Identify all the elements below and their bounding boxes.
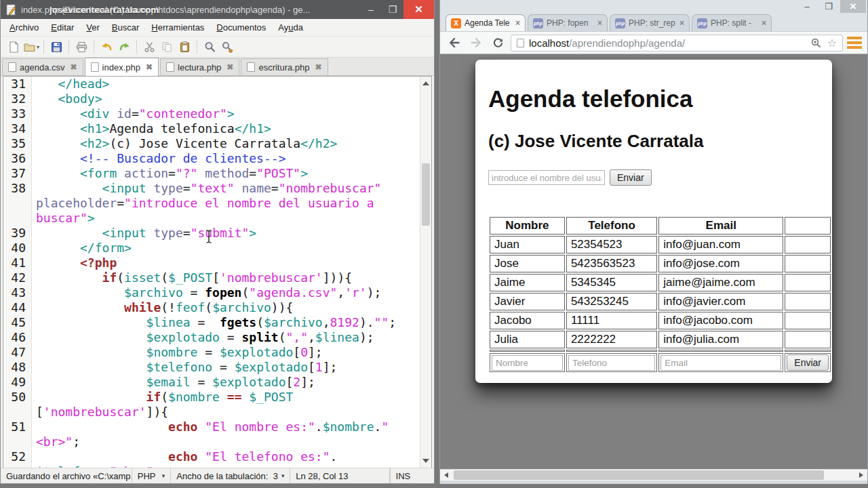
- browser-tab-agenda-tele[interactable]: XAgenda Tele×: [446, 14, 526, 31]
- tab-close-icon[interactable]: ×: [515, 18, 520, 28]
- browser-horizontal-scrollbar[interactable]: [440, 469, 867, 481]
- tab-close-icon[interactable]: ×: [679, 18, 684, 28]
- column-header: Telefono: [566, 217, 657, 235]
- search-submit-button[interactable]: Enviar: [610, 169, 652, 186]
- table-cell-empty: [785, 350, 831, 352]
- add-contact-submit-button[interactable]: Enviar: [787, 354, 829, 371]
- undo-icon[interactable]: [98, 38, 115, 56]
- menu-herramientas[interactable]: Herramientas: [145, 20, 210, 35]
- document-icon: [91, 62, 99, 72]
- code-line: 48 $telefono = $explotado[1];: [3, 360, 431, 375]
- menu-ayuda[interactable]: Ayuda: [272, 20, 309, 35]
- paste-icon[interactable]: [176, 38, 193, 56]
- language-mode-dropdown[interactable]: PHP ▾: [132, 468, 171, 483]
- browser-tab-php-str-rep[interactable]: phpPHP: str_rep×: [610, 14, 690, 31]
- back-button[interactable]: [446, 34, 463, 52]
- editor-minimize-button[interactable]: –: [360, 0, 382, 19]
- code-line: 40 </form>: [3, 241, 431, 256]
- editor-tab-index.php[interactable]: index.php✖: [85, 58, 159, 76]
- line-number: 45: [3, 315, 32, 330]
- editor-maximize-button[interactable]: ❒: [382, 0, 403, 19]
- scroll-down-arrow-icon[interactable]: [422, 459, 429, 463]
- tab-close-icon[interactable]: ×: [762, 18, 766, 28]
- menu-archivo[interactable]: Archivo: [3, 20, 45, 35]
- menu-ver[interactable]: Ver: [80, 20, 106, 35]
- table-cell-empty: [785, 274, 831, 291]
- line-number: 41: [3, 256, 32, 270]
- save-icon[interactable]: [47, 38, 65, 56]
- scroll-right-arrow-icon[interactable]: [859, 472, 863, 478]
- scroll-left-arrow-icon[interactable]: [444, 472, 448, 478]
- contacts-table: NombreTelefonoEmailJuan52354523info@juan…: [488, 216, 832, 373]
- editor-tab-escritura.php[interactable]: escritura.php✖: [241, 58, 328, 75]
- browser-close-button[interactable]: ✕: [840, 0, 866, 13]
- scroll-up-arrow-icon[interactable]: [422, 81, 429, 85]
- code-text: <?php: [32, 256, 414, 270]
- browser-tab-php-fopen[interactable]: phpPHP: fopen×: [528, 14, 608, 31]
- forward-button[interactable]: [467, 34, 485, 52]
- find-replace-icon[interactable]: [218, 38, 236, 56]
- zoom-icon[interactable]: [810, 37, 822, 49]
- text-cursor-ibeam: [204, 229, 214, 244]
- code-line: 35 <h2>(c) Jose Vicente Carratala</h2>: [3, 136, 431, 151]
- line-number: 39: [3, 226, 32, 241]
- editor-tab-agenda.csv[interactable]: agenda.csv✖: [2, 58, 83, 75]
- code-text: $linea = fgets($archivo,8192)."";: [32, 315, 414, 330]
- tab-close-icon[interactable]: ×: [597, 18, 602, 28]
- browser-maximize-button[interactable]: ❒: [818, 0, 839, 13]
- code-line: 49 $email = $explotado[2];: [3, 375, 431, 390]
- browser-scrollbar-thumb[interactable]: [454, 470, 824, 480]
- tab-width-dropdown[interactable]: Ancho de la tabulación: 3 ▾: [171, 468, 290, 483]
- cut-icon[interactable]: [140, 38, 158, 56]
- dropdown-caret-icon: ▾: [162, 472, 165, 479]
- table-cell: Juan: [490, 236, 565, 253]
- tab-close-icon[interactable]: ✖: [71, 62, 77, 72]
- code-line: 36 <!-- Buscador de clientes-->: [3, 151, 431, 166]
- line-number: 36: [3, 151, 32, 166]
- add-email-input[interactable]: [660, 355, 781, 371]
- browser-menu-button[interactable]: [847, 37, 862, 49]
- watermark-overlay: josevicentecarratala.com: [50, 5, 159, 15]
- code-editor-area[interactable]: 31 </head>32 <body>33 <div id="contenedo…: [3, 76, 432, 468]
- tab-close-icon[interactable]: ✖: [146, 62, 153, 72]
- column-header: Email: [658, 217, 783, 235]
- print-icon[interactable]: [73, 38, 90, 56]
- find-icon[interactable]: [201, 38, 218, 56]
- table-cell: 52354523: [566, 236, 657, 253]
- menu-editar[interactable]: Editar: [45, 20, 80, 35]
- code-text: echo "El nombre es:".​$nombre."<br>";: [32, 420, 414, 449]
- search-input[interactable]: [488, 170, 605, 185]
- menu-documentos[interactable]: Documentos: [210, 20, 272, 35]
- editor-scrollbar-thumb[interactable]: [422, 163, 430, 226]
- add-telefono-input[interactable]: [568, 355, 655, 371]
- editor-menubar: ArchivoEditarVerBuscarHerramientasDocume…: [1, 19, 434, 37]
- status-message: Guardando el archivo «C:\xamp...: [1, 468, 132, 483]
- insert-mode-indicator: INS: [390, 468, 434, 483]
- table-cell-empty: [785, 331, 831, 348]
- browser-titlebar[interactable]: – ❒ ✕: [440, 0, 867, 14]
- line-number: 48: [3, 360, 32, 375]
- redo-icon[interactable]: [115, 38, 133, 56]
- menu-buscar[interactable]: Buscar: [106, 20, 145, 35]
- editor-toolbar: ▾: [1, 37, 434, 58]
- reload-icon: [492, 37, 504, 49]
- bookmark-star-icon[interactable]: ☆: [827, 37, 837, 49]
- code-text: <input type="text" name="nombrebuscar" p…: [32, 181, 414, 226]
- browser-minimize-button[interactable]: –: [797, 0, 817, 13]
- add-nombre-input[interactable]: [492, 355, 563, 371]
- tab-close-icon[interactable]: ✖: [315, 62, 322, 72]
- open-icon[interactable]: ▾: [22, 38, 40, 56]
- code-text: </form>: [32, 241, 414, 256]
- editor-close-button[interactable]: ✕: [403, 0, 434, 19]
- address-bar[interactable]: localhost/aprendiendophp/agenda/ ☆: [511, 35, 843, 52]
- reload-button[interactable]: [489, 34, 507, 52]
- editor-vertical-scrollbar[interactable]: [420, 77, 431, 468]
- cursor-position-indicator: Ln 28, Col 13: [290, 468, 389, 483]
- copy-icon[interactable]: [158, 38, 176, 56]
- browser-tab-php-split-[interactable]: phpPHP: split - ×: [692, 14, 772, 31]
- browser-tab-label: Agenda Tele: [465, 18, 512, 28]
- new-document-icon[interactable]: [5, 38, 22, 56]
- editor-tab-label: escritura.php: [258, 62, 309, 73]
- editor-tab-lectura.php[interactable]: lectura.php✖: [160, 58, 239, 75]
- tab-close-icon[interactable]: ✖: [226, 62, 233, 72]
